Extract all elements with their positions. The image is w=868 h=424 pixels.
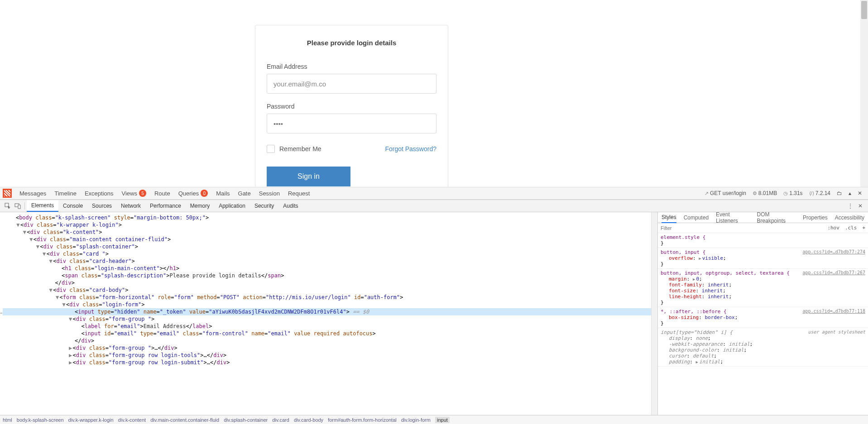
debugbar-route-info[interactable]: ↗GET user/login: [701, 190, 749, 196]
crumb[interactable]: body.k-splash-screen: [17, 417, 64, 423]
rule-source-link[interactable]: app.css?id=…d7bdb77:274: [803, 249, 865, 254]
page-content: Please provide login details Email Addre…: [0, 0, 868, 187]
remember-checkbox[interactable]: [267, 145, 275, 153]
crumb[interactable]: div.k-content: [118, 417, 146, 423]
debugbar-session[interactable]: Session: [255, 187, 284, 199]
cogs-icon: ⚙: [753, 191, 757, 196]
styles-rules[interactable]: element.style { } app.css?id=…d7bdb77:27…: [658, 233, 868, 415]
crumb[interactable]: div.k-wrapper.k-login: [68, 417, 114, 423]
share-icon: ↗: [705, 191, 709, 196]
crumb[interactable]: html: [3, 417, 12, 423]
debugbar-queries[interactable]: Queries0: [174, 187, 212, 199]
debugbar-logo-icon: [3, 189, 12, 198]
devtools: Elements Console Sources Network Perform…: [0, 200, 868, 424]
rule-source-link[interactable]: app.css?id=…d7bdb77:267: [803, 270, 865, 275]
views-badge: 5: [139, 190, 146, 197]
styles-tabs: Styles Computed Event Listeners DOM Brea…: [658, 212, 868, 223]
page-scrollbar[interactable]: [860, 0, 868, 187]
tab-sources[interactable]: Sources: [87, 200, 116, 212]
tab-security[interactable]: Security: [250, 200, 278, 212]
add-rule-icon[interactable]: +: [859, 225, 868, 231]
selected-element-row: <input type="hidden" name="_token" value…: [3, 308, 651, 315]
crumb-current[interactable]: input: [435, 417, 450, 423]
device-icon[interactable]: [13, 201, 23, 211]
crumb[interactable]: div.card: [272, 417, 289, 423]
queries-badge: 0: [201, 190, 208, 197]
tab-elements[interactable]: Elements: [27, 200, 58, 212]
debugbar-exceptions[interactable]: Exceptions: [81, 187, 118, 199]
rule-element-style: element.style { }: [658, 233, 868, 248]
login-tools: Remember Me Forgot Password?: [267, 145, 436, 153]
stab-properties[interactable]: Properties: [803, 213, 828, 223]
login-title: Please provide login details: [307, 39, 397, 47]
debugbar-memory[interactable]: ⚙8.01MB: [749, 190, 780, 196]
styles-filter-row: :hov .cls +: [658, 223, 868, 233]
svg-rect-2: [18, 205, 20, 209]
devtools-close-icon[interactable]: ✕: [855, 201, 865, 211]
tab-memory[interactable]: Memory: [186, 200, 214, 212]
tab-network[interactable]: Network: [116, 200, 145, 212]
hov-toggle[interactable]: :hov: [825, 225, 842, 231]
devtools-menu-icon[interactable]: ⋮: [845, 201, 855, 211]
debugbar: Messages Timeline Exceptions Views5 Rout…: [0, 187, 868, 200]
devtools-tabs: Elements Console Sources Network Perform…: [0, 200, 868, 212]
elements-scrollbar[interactable]: [651, 212, 657, 415]
debugbar-php[interactable]: ⟨/⟩7.2.14: [806, 190, 834, 196]
tab-audits[interactable]: Audits: [278, 200, 302, 212]
debugbar-up-icon[interactable]: ▴: [845, 190, 854, 196]
rule-user-agent: user agent stylesheet input[type="hidden…: [658, 328, 868, 367]
clock-icon: ◷: [783, 191, 788, 196]
stab-accessibility[interactable]: Accessibility: [835, 213, 864, 223]
tab-performance[interactable]: Performance: [145, 200, 186, 212]
debugbar-messages[interactable]: Messages: [15, 187, 50, 199]
debugbar-mails[interactable]: Mails: [212, 187, 234, 199]
crumb[interactable]: div.splash-container: [224, 417, 268, 423]
debugbar-timeline[interactable]: Timeline: [50, 187, 81, 199]
crumb[interactable]: div.main-content.container-fluid: [150, 417, 219, 423]
cls-toggle[interactable]: .cls: [842, 225, 860, 231]
remember-label: Remember Me: [279, 145, 321, 152]
rule-button-input: app.css?id=…d7bdb77:274 button, input { …: [658, 248, 868, 269]
stab-styles[interactable]: Styles: [662, 212, 676, 223]
email-input[interactable]: [267, 74, 436, 94]
rule-source-link[interactable]: app.css?id=…d7bdb77:118: [803, 309, 865, 314]
remember-me[interactable]: Remember Me: [267, 145, 321, 153]
debugbar-request[interactable]: Request: [284, 187, 314, 199]
devtools-body: <body class="k-splash-screen" style="mar…: [0, 212, 868, 415]
debugbar-route[interactable]: Route: [150, 187, 174, 199]
password-label: Password: [267, 103, 436, 110]
email-label: Email Address: [267, 63, 436, 70]
password-input[interactable]: [267, 114, 436, 133]
rule-source-ua: user agent stylesheet: [808, 329, 865, 334]
debugbar-folder-icon[interactable]: 🗀: [834, 190, 845, 196]
card-header: Please provide login details: [255, 25, 448, 52]
breadcrumb: html body.k-splash-screen div.k-wrapper.…: [0, 415, 868, 424]
debugbar-views[interactable]: Views5: [118, 187, 150, 199]
viewport: Please provide login details Email Addre…: [0, 0, 868, 424]
debugbar-close-icon[interactable]: ✕: [854, 190, 865, 196]
crumb[interactable]: div.card-body: [294, 417, 323, 423]
rule-inputs-group: app.css?id=…d7bdb77:267 button, input, o…: [658, 269, 868, 307]
code-icon: ⟨/⟩: [809, 191, 814, 196]
styles-panel: Styles Computed Event Listeners DOM Brea…: [657, 212, 868, 415]
elements-tree[interactable]: <body class="k-splash-screen" style="mar…: [0, 212, 651, 415]
crumb[interactable]: div.login-form: [401, 417, 431, 423]
scrollbar-thumb[interactable]: [861, 1, 867, 19]
crumb[interactable]: form#auth-form.form-horizontal: [328, 417, 397, 423]
inspect-icon[interactable]: [3, 201, 13, 211]
tab-application[interactable]: Application: [214, 200, 250, 212]
login-card: Please provide login details Email Addre…: [255, 25, 448, 187]
sign-in-button[interactable]: Sign in: [267, 167, 350, 186]
styles-filter-input[interactable]: [658, 224, 825, 232]
debugbar-time[interactable]: ◷1.31s: [780, 190, 806, 196]
debugbar-right: ↗GET user/login ⚙8.01MB ◷1.31s ⟨/⟩7.2.14…: [701, 190, 865, 196]
debugbar-gate[interactable]: Gate: [234, 187, 255, 199]
stab-computed[interactable]: Computed: [684, 213, 709, 223]
rule-universal: app.css?id=…d7bdb77:118 *, ::after, ::be…: [658, 307, 868, 328]
card-body: Email Address Password Remember Me Forgo…: [255, 52, 448, 187]
tab-console[interactable]: Console: [58, 200, 87, 212]
forgot-password-link[interactable]: Forgot Password?: [385, 145, 436, 152]
